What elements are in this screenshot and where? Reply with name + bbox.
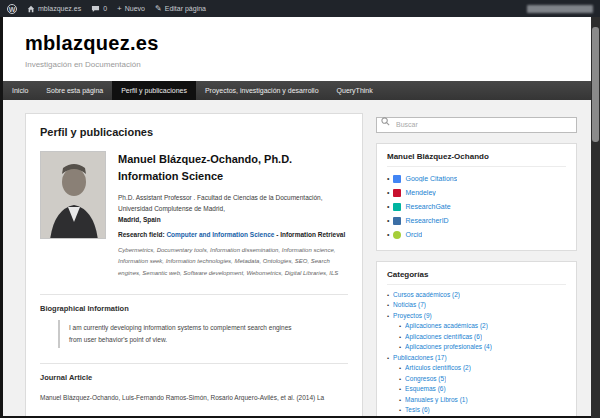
category-link-aplicaciones-profesionales[interactable]: Aplicaciones profesionales (4) <box>405 342 492 353</box>
category-link-proyectos[interactable]: Proyectos (9) <box>393 311 432 322</box>
bullet-icon: • <box>387 313 389 319</box>
bullet-icon: • <box>387 217 389 224</box>
profile-name: Manuel Blázquez-Ochando, Ph.D. Informati… <box>118 151 345 185</box>
category-item: •Aplicaciones profesionales (4) <box>399 342 566 353</box>
bullet-icon: • <box>399 386 401 392</box>
bullet-icon: • <box>399 365 401 371</box>
category-item: •Manuales y Libros (1) <box>399 395 566 406</box>
main-article-card: Perfil y publicaciones Manuel Blázquez-O… <box>25 113 363 416</box>
researchgate-icon <box>393 203 401 211</box>
bullet-icon: • <box>387 355 389 361</box>
plus-icon: + <box>117 5 122 13</box>
page-viewport: mblazquez.es Investigación en Documentac… <box>3 17 591 416</box>
portrait-placeholder <box>41 152 106 239</box>
wordpress-icon: W <box>7 4 17 14</box>
main-nav: Inicio Sobre esta página Perfil y public… <box>3 81 591 100</box>
profile-photo <box>40 151 106 239</box>
category-item: •Artículos científicos (2) <box>399 363 566 374</box>
list-item: • Mendeley <box>387 186 566 200</box>
admin-bar-comments[interactable]: 0 <box>91 5 107 13</box>
scrollbar-track[interactable] <box>591 17 600 418</box>
admin-bar-account[interactable] <box>527 5 593 13</box>
admin-bar-site-name[interactable]: mblazquez.es <box>27 5 81 13</box>
search-input[interactable] <box>376 117 577 133</box>
category-link-aplicaciones-academicas[interactable]: Aplicaciones académicas (2) <box>405 321 488 332</box>
category-item: •Congresos (5) <box>399 374 566 385</box>
research-field-suffix: - Information Retrieval <box>276 231 345 238</box>
researcherid-link[interactable]: ResearcherID <box>405 217 448 224</box>
bullet-icon: • <box>387 189 389 196</box>
section-heading-biographical: Biographical Information <box>40 294 348 320</box>
categories-widget: Categorías •Cursos académicos (2) •Notic… <box>376 261 577 417</box>
comment-icon <box>91 5 100 13</box>
biographical-text: I am currently developing information sy… <box>58 320 308 348</box>
researchgate-link[interactable]: ResearchGate <box>405 203 450 210</box>
research-field-label: Research field: <box>118 231 165 238</box>
list-item: • Google Citations <box>387 172 566 186</box>
journal-article-text: Manuel Blázquez-Ochando, Luis-Fernando R… <box>40 392 348 404</box>
site-title[interactable]: mblazquez.es <box>25 32 591 55</box>
orcid-link[interactable]: Orcid <box>405 231 422 238</box>
admin-bar-edit-page[interactable]: ✎ Editar página <box>155 5 206 13</box>
category-item: •Aplicaciones académicas (2) <box>399 321 566 332</box>
categories-widget-title: Categorías <box>387 270 566 285</box>
category-item: •Publicaciones (17) <box>387 353 566 364</box>
list-item: • ResearchGate <box>387 200 566 214</box>
category-item: •Tesis (6) <box>399 405 566 416</box>
mendeley-icon <box>393 189 401 197</box>
categories-list: •Cursos académicos (2) •Noticias (7) •Pr… <box>387 290 566 416</box>
page-title: Perfil y publicaciones <box>40 126 348 138</box>
site-header: mblazquez.es Investigación en Documentac… <box>3 17 591 81</box>
category-link-manuales-y-libros[interactable]: Manuales y Libros (1) <box>405 395 468 406</box>
category-item: •Aplicaciones científicas (6) <box>399 332 566 343</box>
admin-bar-new[interactable]: + Nuevo <box>117 5 145 13</box>
category-item: •Noticias (7) <box>387 300 566 311</box>
wp-logo-menu[interactable]: W <box>7 4 17 14</box>
category-link-aplicaciones-cientificas[interactable]: Aplicaciones científicas (6) <box>405 332 482 343</box>
new-label: Nuevo <box>125 5 145 12</box>
profile-position: Ph.D. Assistant Professor . Facultad de … <box>118 192 338 215</box>
search-icon <box>381 117 390 126</box>
home-icon <box>27 5 35 13</box>
bullet-icon: • <box>399 376 401 382</box>
edit-page-label: Editar página <box>165 5 206 12</box>
list-item: • ResearcherID <box>387 214 566 228</box>
mendeley-link[interactable]: Mendeley <box>405 189 435 196</box>
wp-admin-bar: W mblazquez.es 0 + Nuevo ✎ Editar página <box>0 0 600 17</box>
bullet-icon: • <box>387 231 389 238</box>
nav-item-inicio[interactable]: Inicio <box>3 81 37 100</box>
bullet-icon: • <box>387 302 389 308</box>
profile-name-line1: Manuel Blázquez-Ochando, Ph.D. <box>118 151 345 168</box>
category-item: •Esquemas (6) <box>399 384 566 395</box>
category-link-tesis[interactable]: Tesis (6) <box>405 405 430 416</box>
category-item: •Cursos académicos (2) <box>387 290 566 301</box>
section-heading-journal-article: Journal Article <box>40 363 348 389</box>
profile-links-widget-title: Manuel Blázquez-Ochando <box>387 152 566 167</box>
profile-links-widget: Manuel Blázquez-Ochando • Google Citatio… <box>376 143 577 251</box>
nav-item-sobre-esta-pagina[interactable]: Sobre esta página <box>37 81 112 100</box>
search-widget <box>376 113 577 133</box>
research-field: Research field: Computer and Information… <box>118 231 345 238</box>
nav-item-proyectos[interactable]: Proyectos, investigación y desarrollo <box>196 81 328 100</box>
bullet-icon: • <box>399 334 401 340</box>
bullet-icon: • <box>387 175 389 182</box>
category-link-cursos-academicos[interactable]: Cursos académicos (2) <box>393 290 460 301</box>
category-item: •Proyectos (9) <box>387 311 566 322</box>
category-link-publicaciones[interactable]: Publicaciones (17) <box>393 353 446 364</box>
scrollbar-thumb[interactable] <box>592 27 599 142</box>
category-link-esquemas[interactable]: Esquemas (6) <box>405 384 445 395</box>
admin-bar-site-label: mblazquez.es <box>38 5 81 12</box>
comment-count: 0 <box>103 5 107 12</box>
category-link-articulos-cientificos[interactable]: Artículos científicos (2) <box>405 363 471 374</box>
google-citations-icon <box>393 175 401 183</box>
google-citations-link[interactable]: Google Citations <box>405 175 457 182</box>
category-link-noticias[interactable]: Noticias (7) <box>393 300 426 311</box>
research-field-link[interactable]: Computer and Information Science <box>166 231 274 238</box>
orcid-icon <box>393 231 401 239</box>
list-item: • Orcid <box>387 228 566 242</box>
nav-item-querythink[interactable]: QueryThink <box>328 81 382 100</box>
category-link-congresos[interactable]: Congresos (5) <box>405 374 446 385</box>
profile-location: Madrid, Spain <box>118 216 345 223</box>
nav-item-perfil-y-publicaciones[interactable]: Perfil y publicaciones <box>112 81 196 100</box>
content-area: Perfil y publicaciones Manuel Blázquez-O… <box>3 100 591 416</box>
